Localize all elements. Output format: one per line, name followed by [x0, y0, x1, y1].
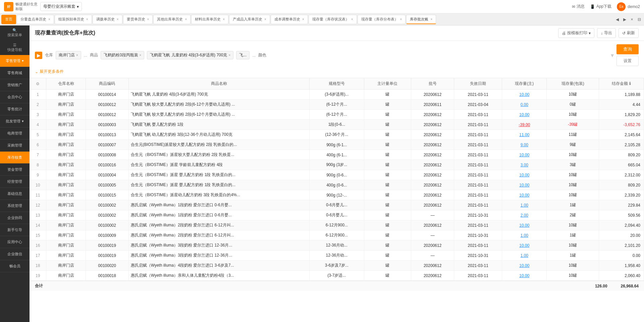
- cell-qty-pack: 2罐: [547, 210, 599, 220]
- top-bar: 好 畅捷通好生意 标版 母婴行业演示账套 ▾ ✉ 消息 📱 App下载 Ea d…: [0, 0, 644, 13]
- sidebar-item-qiyeweixin-label: 企业微信: [7, 252, 22, 256]
- cell-batch: 20200612: [411, 170, 454, 180]
- filter-expand-btn[interactable]: ⌄ 展开更多条件: [35, 69, 639, 74]
- sidebar-item-qiyexietong[interactable]: 企业协同: [0, 212, 30, 224]
- refresh-btn[interactable]: ↺ 刷新: [619, 28, 639, 38]
- account-selector[interactable]: 母婴行业演示账套 ▾: [40, 2, 82, 11]
- sidebar-item-jingyingguanli[interactable]: 经营管理: [0, 176, 30, 188]
- cell-amount: -3,652.76: [599, 120, 644, 130]
- sidebar-item-lingshougouwu[interactable]: 零售商城: [0, 67, 30, 79]
- tab-fen-close[interactable]: ×: [48, 17, 50, 21]
- sidebar-item-kucunhecha[interactable]: 库存核查: [0, 152, 30, 164]
- sidebar-item-zijinguanli-label: 资金管理: [7, 167, 22, 171]
- print-btn[interactable]: 🖨 按模板打印 ▾: [558, 28, 594, 38]
- sidebar-item-lingshoupingtai[interactable]: 零售管理 ▾: [0, 55, 30, 67]
- sidebar-item-pifaguanli[interactable]: 批发管理 ▾: [0, 115, 30, 127]
- sidebar-item-jichuxinxi[interactable]: 基础信息: [0, 188, 30, 200]
- tab-tiao[interactable]: 调拨单历史 ×: [93, 15, 122, 24]
- sidebar-search[interactable]: 🔍 搜索菜单: [0, 25, 30, 40]
- sidebar-item-caigouguanli[interactable]: 采购管理: [0, 140, 30, 152]
- tab-prev-btn[interactable]: ◀: [614, 16, 621, 23]
- main-content: 现存量查询(按仓库+批次) 🖨 按模板打印 ▾ ↓ 导出 ↺ 刷新 ▶ 仓库 南…: [30, 25, 644, 322]
- sidebar-item-xitongguan[interactable]: 系统管理: [0, 200, 30, 212]
- tab-close-all-btn[interactable]: ×: [629, 16, 635, 23]
- cell-spec: 12-36月幼...: [310, 240, 364, 251]
- cell-expiry: 2021-03-11: [454, 150, 502, 160]
- tab-zu-label: 组装拆卸单历史: [58, 17, 84, 22]
- cell-unit: 罐: [364, 271, 411, 281]
- tab-qita-close[interactable]: ×: [185, 17, 187, 21]
- tab-kucun[interactable]: 库存批次账 ×: [406, 15, 436, 24]
- cell-unit: 罐: [364, 120, 411, 130]
- tab-chengben[interactable]: 成本调整单历史 ×: [271, 15, 308, 24]
- warehouse-tag-close[interactable]: ×: [76, 53, 78, 57]
- tab-tiao-close[interactable]: ×: [117, 17, 119, 21]
- sidebar-item-qiyeweixin[interactable]: 企业微信: [0, 248, 30, 260]
- tab-yao[interactable]: 要货单历史 ×: [123, 15, 153, 24]
- message-btn[interactable]: ✉ 消息: [572, 4, 585, 9]
- sidebar-item-yingxiao[interactable]: 营销推广: [0, 79, 30, 91]
- sidebar-item-xinyinyindao[interactable]: 新手引导: [0, 224, 30, 236]
- th-settings[interactable]: ⚙: [30, 78, 46, 90]
- tab-chengpin[interactable]: 产成品入库单历史 ×: [229, 15, 270, 24]
- tab-chengpin-close[interactable]: ×: [264, 17, 266, 21]
- user-profile[interactable]: Ea demo2: [617, 2, 640, 11]
- tab-fen[interactable]: 分量盘点单历史 ×: [17, 15, 54, 24]
- sidebar-item-qiyexietong-label: 企业协同: [7, 216, 22, 220]
- cell-name: 惠氏启赋（Wyeth illuma）1段奶粉 爱尔兰进口 0-6月婴...: [128, 200, 309, 210]
- tab-chengben-close[interactable]: ×: [302, 17, 304, 21]
- sidebar-nav[interactable]: ☰ 快捷导航: [0, 40, 30, 55]
- cell-amount: 809.20: [599, 150, 644, 160]
- export-btn[interactable]: ↓ 导出: [597, 28, 616, 38]
- filter-toggle-btn[interactable]: ▶: [35, 52, 42, 59]
- tab-xzchuang[interactable]: 现存量（库存状况表） ×: [309, 15, 357, 24]
- color-dropdown-icon[interactable]: ▾: [611, 52, 614, 59]
- cell-batch: 20200612: [411, 180, 454, 190]
- cell-warehouse: 南岸门店: [46, 100, 86, 110]
- sidebar-item-yingyongzhon[interactable]: 应用中心: [0, 236, 30, 248]
- tab-next-btn[interactable]: ▶: [621, 16, 628, 23]
- tab-home[interactable]: 首页: [1, 15, 16, 24]
- cell-amount: 509.56: [599, 210, 644, 220]
- tab-qita[interactable]: 其他出库单历史 ×: [153, 15, 191, 24]
- tab-kucun-close[interactable]: ×: [430, 17, 432, 21]
- cell-no: 13: [30, 210, 46, 220]
- cell-warehouse: 南岸门店: [46, 170, 86, 180]
- sidebar-item-dianshangguan[interactable]: 电商管理: [0, 127, 30, 140]
- cell-unit: 罐: [364, 261, 411, 271]
- tab-xzfenbu-close[interactable]: ×: [400, 17, 402, 21]
- sidebar-item-huiyuan-center[interactable]: 会员中心: [0, 91, 30, 103]
- goods-tag-2-close[interactable]: ×: [228, 53, 230, 57]
- cell-qty-main: 10.00: [502, 110, 547, 120]
- tab-xzchuang-close[interactable]: ×: [351, 17, 353, 21]
- sidebar-item-caigouguanli-label: 采购管理: [7, 143, 22, 147]
- cell-spec: 0-6月婴儿...: [310, 210, 364, 220]
- cell-warehouse: 南岸门店: [46, 271, 86, 281]
- table-row: 14 南岸门店 00100002 惠氏启赋（Wyeth illuma）2段奶粉 …: [30, 220, 644, 230]
- warehouse-label: 仓库: [45, 52, 53, 58]
- sidebar-item-lingshoutongji[interactable]: 零售统计: [0, 103, 30, 115]
- cell-qty-main: 10.00: [502, 220, 547, 230]
- tab-zu[interactable]: 组装拆卸单历史 ×: [55, 15, 92, 24]
- goods-tag-1-close[interactable]: ×: [140, 53, 142, 57]
- query-btn[interactable]: 查询: [616, 44, 639, 54]
- goods-more[interactable]: ...: [252, 53, 256, 58]
- sidebar-item-zijinguanli[interactable]: 资金管理: [0, 164, 30, 176]
- cell-batch: 20200612: [411, 261, 454, 271]
- warehouse-more[interactable]: ...: [84, 53, 87, 58]
- tab-yao-close[interactable]: ×: [147, 17, 149, 21]
- tab-more-btn[interactable]: ⊟: [636, 16, 643, 23]
- settings-btn[interactable]: 设置: [616, 56, 639, 66]
- cell-no: 3: [30, 110, 46, 120]
- tab-xzfenbu[interactable]: 现存量（库存分布表） ×: [358, 15, 406, 24]
- cell-unit: 罐: [364, 170, 411, 180]
- cell-code: 00100009: [86, 230, 128, 240]
- app-download-btn[interactable]: 📱 App下载: [590, 4, 611, 9]
- tab-zu-close[interactable]: ×: [86, 17, 88, 21]
- table-row: 11 南岸门店 00100015 合生元（BIOSTIME）派星幼儿配方奶粉 3…: [30, 190, 644, 200]
- tab-cailiao[interactable]: 材料出库单历史 ×: [191, 15, 228, 24]
- sidebar-item-huiyuan[interactable]: 畅会员: [0, 260, 30, 272]
- cell-warehouse: 南岸门店: [46, 230, 86, 240]
- tab-cailiao-close[interactable]: ×: [223, 17, 225, 21]
- cell-amount: 2,312.00: [599, 170, 644, 180]
